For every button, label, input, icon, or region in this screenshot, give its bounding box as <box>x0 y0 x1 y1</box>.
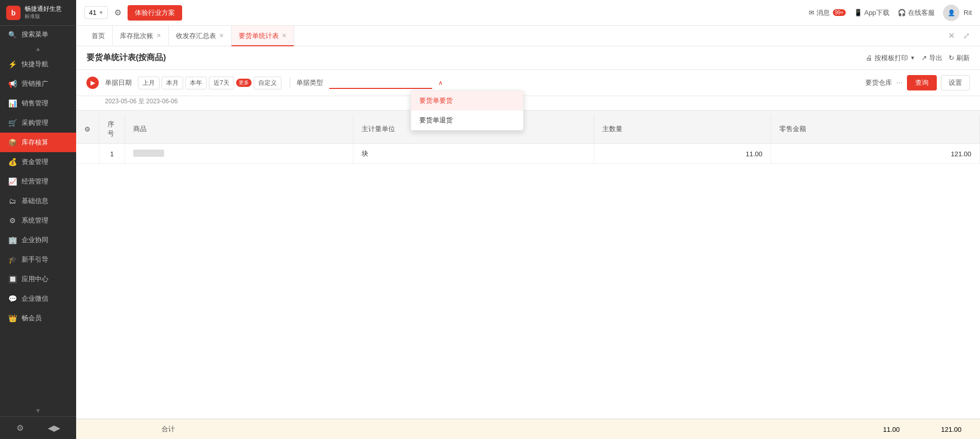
tab-home[interactable]: 首页 <box>84 26 113 46</box>
last-7days-btn[interactable]: 近7天 <box>209 77 234 89</box>
close-all-tabs-btn[interactable]: ✕ <box>946 29 957 43</box>
store-name: 41 <box>89 9 96 16</box>
type-dropdown: 要货单要货 要货单退货 <box>411 90 524 131</box>
sidebar-scroll: ⚡ 快捷导航 📢 营销推广 📊 销售管理 🛒 采购管理 📦 库存核算 💰 资金管… <box>0 54 76 405</box>
sidebar-item-system[interactable]: ⚙ 系统管理 <box>0 211 76 230</box>
sidebar-item-member[interactable]: 👑 畅会员 <box>0 308 76 328</box>
tab-receivable-summary[interactable]: 收发存汇总表 ✕ <box>169 26 231 46</box>
print-icon: 🖨 <box>866 54 872 62</box>
td-number: 1 <box>99 144 125 164</box>
sidebar-item-inventory[interactable]: 📦 库存核算 <box>0 133 76 152</box>
warehouse-more-btn[interactable]: ··· <box>896 78 903 87</box>
sidebar: b 畅捷通好生意 标准版 🔍 搜索菜单 ▲ ⚡ 快捷导航 📢 营销推广 📊 销售… <box>0 0 76 439</box>
trial-btn[interactable]: 体验行业方案 <box>128 5 182 21</box>
page-title: 要货单统计表(按商品) <box>86 52 166 63</box>
sidebar-item-marketing[interactable]: 📢 营销推广 <box>0 74 76 94</box>
sidebar-item-enterprise[interactable]: 🏢 企业协同 <box>0 230 76 250</box>
sidebar-collapse-btn[interactable]: ◀▶ <box>44 421 64 435</box>
wechat-icon: 💬 <box>7 295 17 303</box>
system-icon: ⚙ <box>7 216 17 225</box>
online-service-btn[interactable]: 🎧 在线客服 <box>898 8 935 17</box>
user-name: Rit <box>964 9 972 16</box>
sidebar-item-operations[interactable]: 📈 经营管理 <box>0 172 76 191</box>
data-table: ⚙ 序号 商品 主计量单位 主数量 零售金额 1 <box>76 115 980 164</box>
tab-close-batch[interactable]: ✕ <box>156 33 161 39</box>
sidebar-item-finance[interactable]: 💰 资金管理 <box>0 152 76 172</box>
operations-icon: 📈 <box>7 177 17 186</box>
message-icon: ✉ <box>809 9 814 16</box>
expand-tab-btn[interactable]: ⤢ <box>961 29 972 43</box>
last-month-btn[interactable]: 上月 <box>138 77 159 89</box>
scroll-up-arrow[interactable]: ▲ <box>0 43 76 54</box>
top-header: 41 ▼ ⚙ 体验行业方案 ✉ 消息 99+ 📱 App下载 🎧 在线客服 👤 <box>76 0 980 26</box>
scroll-down-arrow[interactable]: ▼ <box>0 405 76 416</box>
sidebar-item-basic-info[interactable]: 🗂 基础信息 <box>0 191 76 211</box>
type-filter-label: 单据类型 <box>296 78 323 87</box>
sidebar-item-quick-nav[interactable]: ⚡ 快捷导航 <box>0 54 76 74</box>
sidebar-footer: ⚙ ◀▶ <box>0 416 76 439</box>
tab-actions: ✕ ⤢ <box>946 29 972 43</box>
filter-settings-btn[interactable]: 设置 <box>941 75 970 90</box>
content-area: 要货单统计表(按商品) 🖨 按模板打印 ▼ ↗ 导出 ↻ 刷新 ▶ <box>76 46 980 439</box>
dropdown-item-purchase[interactable]: 要货单要货 <box>411 91 523 111</box>
print-arrow: ▼ <box>910 55 915 61</box>
store-selector[interactable]: 41 ▼ <box>84 6 108 19</box>
message-badge: 99+ <box>833 9 846 16</box>
sidebar-logo: b 畅捷通好生意 标准版 <box>0 0 76 26</box>
sidebar-item-sales[interactable]: 📊 销售管理 <box>0 94 76 113</box>
inventory-icon: 📦 <box>7 138 17 147</box>
date-buttons: 上月 本月 本年 近7天 更多 自定义 <box>138 77 281 89</box>
more-dates-badge[interactable]: 更多 <box>236 79 252 87</box>
this-year-btn[interactable]: 本年 <box>185 77 207 89</box>
footer-total-label: 合计 <box>162 425 213 434</box>
refresh-btn[interactable]: ↻ 刷新 <box>949 53 970 63</box>
date-range-display: 2023-05-06 至 2023-06-06 <box>105 98 177 105</box>
td-quantity: 11.00 <box>594 144 771 164</box>
messages-btn[interactable]: ✉ 消息 99+ <box>809 8 846 17</box>
sidebar-item-newbie[interactable]: 🎓 新手引导 <box>0 250 76 269</box>
purchase-icon: 🛒 <box>7 119 17 127</box>
query-btn[interactable]: 查询 <box>907 75 937 90</box>
footer-amount: 121.00 <box>910 426 972 433</box>
this-month-btn[interactable]: 本月 <box>162 77 183 89</box>
header-settings-btn[interactable]: ⚙ <box>112 6 123 20</box>
filter-expand-btn[interactable]: ▶ <box>86 77 99 89</box>
table-container: ⚙ 序号 商品 主计量单位 主数量 零售金额 1 <box>76 115 980 418</box>
basic-info-icon: 🗂 <box>7 197 17 205</box>
sales-icon: 📊 <box>7 99 17 107</box>
quick-nav-icon: ⚡ <box>7 60 17 68</box>
marketing-icon: 📢 <box>7 80 17 88</box>
page-header: 要货单统计表(按商品) 🖨 按模板打印 ▼ ↗ 导出 ↻ 刷新 <box>76 46 980 70</box>
footer-quantity: 11.00 <box>848 426 910 433</box>
app-download-btn[interactable]: 📱 App下载 <box>854 8 889 17</box>
user-section[interactable]: 👤 Rit <box>943 5 972 21</box>
tab-bar: 首页 库存批次账 ✕ 收发存汇总表 ✕ 要货单统计表 ✕ ✕ ⤢ <box>76 26 980 46</box>
export-icon: ↗ <box>921 54 927 62</box>
custom-date-btn[interactable]: 自定义 <box>254 77 281 89</box>
store-dropdown-arrow: ▼ <box>98 10 103 15</box>
type-filter-input[interactable] <box>329 77 432 89</box>
tab-batch-account[interactable]: 库存批次账 ✕ <box>113 26 169 46</box>
search-menu-btn[interactable]: 🔍 搜索菜单 <box>0 26 76 43</box>
date-filter-label: 单据日期 <box>105 78 132 87</box>
sidebar-settings-btn[interactable]: ⚙ <box>12 421 28 435</box>
sidebar-item-purchase[interactable]: 🛒 采购管理 <box>0 113 76 133</box>
member-icon: 👑 <box>7 314 17 322</box>
newbie-icon: 🎓 <box>7 255 17 264</box>
th-quantity: 主数量 <box>594 115 771 144</box>
th-settings[interactable]: ⚙ <box>76 115 99 144</box>
export-btn[interactable]: ↗ 导出 <box>921 53 942 63</box>
type-dropdown-arrow[interactable]: ∧ <box>438 79 443 86</box>
version-label: 标准版 <box>25 13 62 20</box>
tab-close-receivable[interactable]: ✕ <box>219 33 224 39</box>
print-btn[interactable]: 🖨 按模板打印 ▼ <box>866 53 915 63</box>
dropdown-item-return[interactable]: 要货单退货 <box>411 111 523 130</box>
th-amount: 零售金额 <box>771 115 980 144</box>
tab-close-order[interactable]: ✕ <box>282 33 287 39</box>
tab-order-summary[interactable]: 要货单统计表 ✕ <box>231 26 294 46</box>
company-name: 畅捷通好生意 <box>25 5 62 13</box>
sidebar-item-appstore[interactable]: 🔲 应用中心 <box>0 269 76 289</box>
warehouse-label: 要货仓库 <box>865 78 892 87</box>
sidebar-item-wechat[interactable]: 💬 企业微信 <box>0 289 76 308</box>
header-left: 41 ▼ ⚙ 体验行业方案 <box>84 5 809 21</box>
